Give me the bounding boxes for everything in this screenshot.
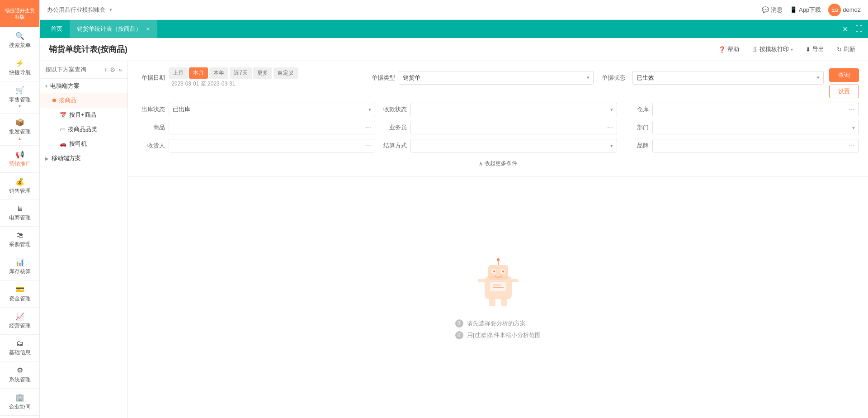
tree-item-by-driver[interactable]: 🚗 按司机 bbox=[40, 137, 127, 151]
payment-select[interactable]: ▾ bbox=[410, 103, 617, 116]
user-menu[interactable]: Ea demo2 bbox=[828, 4, 861, 16]
topbar: 办公用品行业模拟账套 ▾ 💬 消息 📱 App下载 Ea demo2 bbox=[40, 0, 868, 20]
tree-group-mobile[interactable]: ▶ 移动端方案 bbox=[40, 151, 127, 166]
date-btn-custom[interactable]: 自定义 bbox=[274, 67, 298, 79]
filter-cell-date: 单据日期 上月 本月 本年 近7天 更多 自定义 2023-03-01 至 20… bbox=[137, 67, 363, 88]
message-button[interactable]: 💬 消息 bbox=[762, 6, 783, 14]
sidebar-item-label: 零售管理 bbox=[9, 96, 31, 104]
tree-item-by-month-goods-label: 按月+商品 bbox=[69, 111, 96, 119]
page-actions: ❓ 帮助 🖨 按模板打印 ▾ ⬇ 导出 ↻ 刷新 bbox=[715, 43, 859, 55]
sidebar-item-newbie[interactable]: 🎯 新手引导 bbox=[0, 416, 39, 418]
goods-select[interactable]: ··· bbox=[169, 121, 375, 134]
filter-cell-payment: 收款状态 ▾ bbox=[379, 103, 617, 116]
panel-header: 按以下方案查询 + ⚙ « bbox=[40, 61, 127, 79]
date-btn-thisyear[interactable]: 本年 bbox=[209, 67, 228, 79]
print-button[interactable]: 🖨 按模板打印 ▾ bbox=[748, 43, 797, 55]
tree-item-by-category-label: 按商品品类 bbox=[68, 125, 97, 133]
left-panel: 按以下方案查询 + ⚙ « ▾ 电脑端方案 按商品 bbox=[40, 61, 128, 418]
export-icon: ⬇ bbox=[806, 46, 811, 53]
sidebar-item-label: 搜索菜单 bbox=[9, 42, 31, 49]
tree-item-by-goods[interactable]: 按商品 bbox=[40, 93, 127, 108]
outstatus-select[interactable]: 已出库 ▾ bbox=[169, 103, 375, 116]
docstatus-value: 已生效 bbox=[637, 74, 817, 82]
tab-sales-stats[interactable]: 销货单统计表（按商品） ✕ bbox=[70, 20, 157, 38]
topbar-right: 💬 消息 📱 App下载 Ea demo2 bbox=[762, 4, 861, 16]
print-icon: 🖨 bbox=[752, 46, 758, 53]
sidebar-item-label: 经营管理 bbox=[9, 322, 31, 330]
svg-rect-10 bbox=[489, 298, 495, 306]
date-btn-lastmonth[interactable]: 上月 bbox=[169, 67, 188, 79]
app-name: 办公用品行业模拟账套 bbox=[47, 6, 106, 14]
help-button[interactable]: ❓ 帮助 bbox=[715, 43, 743, 55]
dept-select[interactable]: ▾ bbox=[652, 121, 859, 134]
collapse-panel-icon[interactable]: « bbox=[118, 66, 122, 73]
collapse-button[interactable]: ∧ 收起更多条件 bbox=[476, 157, 520, 170]
date-btn-thismonth[interactable]: 本月 bbox=[189, 67, 208, 79]
tree-item-by-month-goods[interactable]: 📅 按月+商品 bbox=[40, 108, 127, 122]
tip-1-num: ① bbox=[455, 319, 463, 328]
logo-text: 畅捷通好生意 标版 bbox=[5, 7, 35, 20]
recipient-label: 收货人 bbox=[137, 142, 169, 150]
tip-2-num: ② bbox=[455, 331, 463, 339]
warehouse-dots-icon[interactable]: ··· bbox=[849, 105, 855, 114]
wholesale-icon: 📦 bbox=[15, 118, 24, 127]
date-label: 单据日期 bbox=[137, 74, 169, 82]
sidebar-item-search[interactable]: 🔍 搜索菜单 bbox=[0, 27, 39, 54]
date-btn-7days[interactable]: 近7天 bbox=[230, 67, 252, 79]
query-button[interactable]: 查询 bbox=[829, 68, 859, 82]
maximize-icon[interactable]: ⛶ bbox=[854, 23, 864, 35]
warehouse-select[interactable]: ··· bbox=[652, 103, 859, 116]
sidebar-item-inventory[interactable]: 📊 库存核算 bbox=[0, 253, 39, 280]
settings-button[interactable]: 设置 bbox=[829, 85, 859, 98]
sidebar-item-label: 快捷导航 bbox=[9, 69, 31, 76]
add-scheme-icon[interactable]: + bbox=[104, 66, 107, 73]
brand-select[interactable]: ··· bbox=[652, 139, 859, 152]
salesperson-dots-icon[interactable]: ··· bbox=[607, 124, 613, 132]
app-dropdown-icon[interactable]: ▾ bbox=[109, 7, 112, 13]
collapse-label: 收起更多条件 bbox=[485, 160, 517, 167]
app-logo: 畅捷通好生意 标版 bbox=[0, 0, 39, 27]
filter-cell-recipient: 收货人 ··· bbox=[137, 139, 375, 152]
date-btn-more[interactable]: 更多 bbox=[253, 67, 272, 79]
settlement-select[interactable]: ▾ bbox=[410, 139, 617, 152]
tip-2-text: 用[过滤]条件来缩小分析范围 bbox=[467, 331, 541, 339]
salesperson-select[interactable]: ··· bbox=[410, 121, 617, 134]
sidebar-item-purchase[interactable]: 🛍 采购管理 bbox=[0, 227, 39, 253]
tab-close-icon[interactable]: ✕ bbox=[146, 26, 150, 32]
docstatus-select[interactable]: 已生效 ▾ bbox=[632, 71, 824, 85]
close-window-icon[interactable]: ✕ bbox=[840, 23, 850, 35]
filter-cell-doctype: 单据类型 销货单 ▾ bbox=[367, 67, 594, 88]
sidebar-item-enterprise[interactable]: 🏢 企业协同 bbox=[0, 389, 39, 416]
tree-item-by-category[interactable]: 🗃 按商品品类 bbox=[40, 122, 127, 137]
export-button[interactable]: ⬇ 导出 bbox=[802, 43, 828, 55]
settings-scheme-icon[interactable]: ⚙ bbox=[110, 66, 116, 73]
tab-home[interactable]: 首页 bbox=[43, 20, 70, 38]
sidebar-item-label: 采购管理 bbox=[9, 241, 31, 248]
dept-label: 部门 bbox=[621, 124, 652, 132]
sidebar-item-operations[interactable]: 📈 经营管理 bbox=[0, 308, 39, 335]
filter-area: 单据日期 上月 本月 本年 近7天 更多 自定义 2023-03-01 至 20… bbox=[128, 61, 868, 177]
refresh-button[interactable]: ↻ 刷新 bbox=[833, 43, 859, 55]
sidebar-item-system[interactable]: ⚙ 系统管理 bbox=[0, 361, 39, 389]
filter-cell-outstatus: 出库状态 已出库 ▾ bbox=[137, 103, 375, 116]
empty-tip-2: ② 用[过滤]条件来缩小分析范围 bbox=[455, 331, 541, 339]
svg-point-4 bbox=[493, 270, 495, 272]
recipient-select[interactable]: ··· bbox=[169, 139, 375, 152]
tree-group-pc[interactable]: ▾ 电脑端方案 bbox=[40, 79, 127, 93]
sidebar-item-quicknav[interactable]: ⚡ 快捷导航 bbox=[0, 54, 39, 81]
sidebar-item-finance[interactable]: 💳 资金管理 bbox=[0, 280, 39, 308]
sidebar-item-label: 营销推广 bbox=[9, 160, 31, 168]
payment-label: 收款状态 bbox=[379, 105, 410, 114]
sidebar-item-wholesale[interactable]: 📦 批发管理 ▴ bbox=[0, 114, 39, 146]
recipient-dots-icon[interactable]: ··· bbox=[365, 142, 371, 150]
sidebar-item-marketing[interactable]: 📢 营销推广 bbox=[0, 146, 39, 173]
sidebar-item-ecommerce[interactable]: 🖥 电商管理 bbox=[0, 200, 39, 227]
brand-dots-icon[interactable]: ··· bbox=[849, 142, 855, 150]
content-area: 销货单统计表(按商品) ❓ 帮助 🖨 按模板打印 ▾ ⬇ 导出 ↻ 刷新 bbox=[40, 38, 868, 418]
goods-dots-icon[interactable]: ··· bbox=[365, 124, 371, 132]
app-download-button[interactable]: 📱 App下载 bbox=[790, 6, 821, 14]
sidebar-item-basic[interactable]: 🗂 基础信息 bbox=[0, 335, 39, 361]
sidebar-item-sales[interactable]: 💰 销售管理 bbox=[0, 173, 39, 200]
sidebar-item-retail[interactable]: 🛒 零售管理 ▾ bbox=[0, 81, 39, 114]
doctype-select[interactable]: 销货单 ▾ bbox=[399, 71, 594, 85]
